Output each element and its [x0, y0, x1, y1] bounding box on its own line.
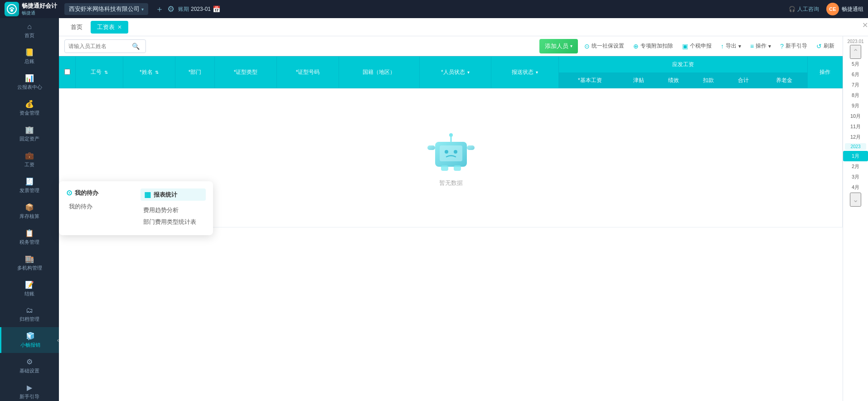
- tab-close-icon[interactable]: ✕: [117, 24, 122, 30]
- col-dept[interactable]: *部门: [175, 57, 214, 88]
- service-btn[interactable]: 🎧 人工咨询: [789, 5, 819, 13]
- special-deduction-btn[interactable]: ⊕ 专项附加扣除: [630, 42, 676, 50]
- dropdown-header-todo: ⊙ 我的待办: [66, 188, 131, 197]
- sidebar-item-archive[interactable]: 🗂 归档管理: [0, 302, 59, 327]
- calendar-icon[interactable]: 📅: [213, 5, 220, 13]
- col-idno[interactable]: *证型号码: [277, 57, 339, 88]
- col-base-salary[interactable]: *基本工资: [559, 73, 621, 88]
- payroll-icon: 💼: [25, 151, 34, 160]
- sidebar-item-ledger[interactable]: 📒 总账: [0, 43, 59, 69]
- timeline-up-btn[interactable]: ⌃: [850, 45, 861, 59]
- add-company-btn[interactable]: ＋: [155, 4, 164, 14]
- settings-btn[interactable]: ⚙: [167, 4, 175, 14]
- inventory-icon: 📦: [25, 203, 34, 212]
- multiorg-icon: 🏬: [25, 255, 34, 263]
- timeline-year-2023: 2023: [845, 143, 866, 150]
- svg-point-1: [10, 9, 13, 12]
- sidebar-item-payroll[interactable]: 💼 工资: [0, 147, 59, 173]
- sidebar-item-funds[interactable]: 💰 资金管理: [0, 95, 59, 121]
- sidebar-item-tax[interactable]: 📋 税务管理: [0, 224, 59, 250]
- col-nationality[interactable]: 国籍（地区）: [339, 57, 419, 88]
- timeline-month-8[interactable]: 8月: [843, 90, 868, 101]
- sidebar-item-assets[interactable]: 🏢 固定资产: [0, 121, 59, 147]
- toolbar: 🔍 添加人员 ▾ ⊙ 统一社保设置 ⊕ 专项附加: [59, 36, 843, 56]
- archive-icon: 🗂: [26, 306, 33, 314]
- search-box[interactable]: 🔍: [64, 39, 146, 53]
- guide-icon: ▶: [27, 383, 32, 392]
- expense-icon: 🧊: [26, 332, 35, 340]
- tax-filing-btn[interactable]: ▣ 个税申报: [679, 42, 714, 50]
- reports-header-icon: ▦: [144, 190, 151, 199]
- select-all-checkbox[interactable]: [64, 69, 70, 75]
- company-dropdown-icon: ▾: [141, 7, 144, 12]
- col-status[interactable]: *人员状态 ▾: [419, 57, 491, 88]
- sidebar-item-basic[interactable]: ⚙ 基础设置: [0, 353, 59, 379]
- timeline-month-9[interactable]: 9月: [843, 101, 868, 111]
- export-dropdown-icon: ▾: [738, 43, 741, 49]
- sidebar-item-guide[interactable]: ▶ 新手引导: [0, 379, 59, 401]
- sidebar-item-reports[interactable]: 📊 云报表中心: [0, 69, 59, 95]
- col-pension[interactable]: 养老金: [761, 73, 807, 88]
- refresh-btn[interactable]: ↺ 刷新: [814, 42, 837, 50]
- timeline-month-3[interactable]: 3月: [843, 172, 868, 182]
- timeline-down-btn[interactable]: ⌄: [850, 193, 861, 207]
- tab-home[interactable]: 首页: [64, 21, 89, 34]
- col-total[interactable]: 合计: [726, 73, 761, 88]
- dropdown-item-trend[interactable]: 费用趋势分析: [141, 204, 206, 216]
- col-idtype[interactable]: *证型类型: [214, 57, 276, 88]
- timeline-month-4[interactable]: 4月: [843, 182, 868, 193]
- export-btn[interactable]: ↑ 导出 ▾: [718, 42, 744, 50]
- dropdown-item-mytodo[interactable]: 我的待办: [66, 201, 131, 213]
- tax-filing-icon: ▣: [682, 43, 688, 50]
- sidebar-item-home[interactable]: ⌂ 首页: [0, 18, 59, 43]
- timeline-month-6[interactable]: 6月: [843, 69, 868, 80]
- timeline-panel: 2023.01 ⌃ 5月 6月 7月 8月 9月 10月 11月 12月 202…: [843, 36, 868, 401]
- tax-icon: 📋: [25, 229, 34, 237]
- ledger-icon: 📒: [25, 48, 34, 57]
- col-allowance[interactable]: 津贴: [621, 73, 656, 88]
- search-icon[interactable]: 🔍: [132, 43, 140, 50]
- assets-icon: 🏢: [25, 126, 34, 134]
- select-all-header[interactable]: [59, 57, 76, 88]
- col-send-status[interactable]: 报送状态 ▾: [491, 57, 559, 88]
- user-area[interactable]: CE 畅捷通组: [826, 3, 863, 15]
- sidebar-item-invoice[interactable]: 🧾 发票管理: [0, 173, 59, 198]
- guide-action-icon: ?: [780, 43, 784, 50]
- sidebar-item-closeaccount[interactable]: 📝 结账: [0, 276, 59, 302]
- timeline-month-7[interactable]: 7月: [843, 80, 868, 90]
- operation-btn[interactable]: ≡ 操作 ▾: [747, 42, 774, 50]
- svg-rect-10: [441, 165, 448, 171]
- panel-close-btn[interactable]: ✕: [862, 21, 868, 29]
- add-person-btn[interactable]: 添加人员 ▾: [539, 39, 578, 53]
- timeline-month-12[interactable]: 12月: [843, 132, 868, 142]
- timeline-month-11[interactable]: 11月: [843, 121, 868, 132]
- dropdown-item-dept[interactable]: 部门费用类型统计表: [141, 216, 206, 228]
- top-right-area: 🎧 人工咨询 CE 畅捷通组: [789, 3, 863, 15]
- dropdown-col-reports: ▦ 报表统计 费用趋势分析 部门费用类型统计表: [141, 188, 206, 228]
- guide-btn[interactable]: ? 新手引导: [777, 42, 810, 50]
- col-deduction[interactable]: 扣款: [691, 73, 726, 88]
- dropdown-col-todo: ⊙ 我的待办 我的待办: [66, 188, 131, 228]
- col-empno[interactable]: 工号 ⇅: [76, 57, 123, 88]
- company-selector[interactable]: 西安虾米网络科技有限公司 ▾: [64, 3, 148, 15]
- top-actions: ＋ ⚙: [155, 4, 175, 14]
- timeline-month-1[interactable]: 1月: [843, 151, 868, 161]
- timeline-month-5[interactable]: 5月: [843, 59, 868, 69]
- timeline-month-2[interactable]: 2月: [843, 161, 868, 172]
- sidebar-item-expense[interactable]: 🧊 小畅报销 ‹: [0, 327, 59, 353]
- tab-payroll[interactable]: 工资表 ✕: [91, 21, 128, 34]
- col-salary-group: 应发工资: [559, 57, 807, 73]
- sidebar-item-multiorg[interactable]: 🏬 多机构管理: [0, 250, 59, 276]
- sidebar-item-inventory[interactable]: 📦 库存核算: [0, 198, 59, 224]
- col-performance[interactable]: 绩效: [656, 73, 691, 88]
- top-bar: 畅捷通好会计 畅捷通 西安虾米网络科技有限公司 ▾ ＋ ⚙ 账期 2023-01…: [0, 0, 868, 18]
- svg-rect-9: [467, 145, 475, 150]
- operation-icon: ≡: [750, 43, 754, 50]
- social-security-btn[interactable]: ⊙ 统一社保设置: [582, 42, 627, 50]
- dropdown-sections: ⊙ 我的待办 我的待办 ▦ 报表统计 费用趋势分析 部门费用类型统计表: [66, 188, 206, 228]
- todo-header-icon: ⊙: [66, 188, 72, 197]
- search-input[interactable]: [68, 43, 132, 49]
- reports-icon: 📊: [25, 74, 34, 82]
- timeline-month-10[interactable]: 10月: [843, 111, 868, 121]
- col-name[interactable]: *姓名 ⇅: [123, 57, 175, 88]
